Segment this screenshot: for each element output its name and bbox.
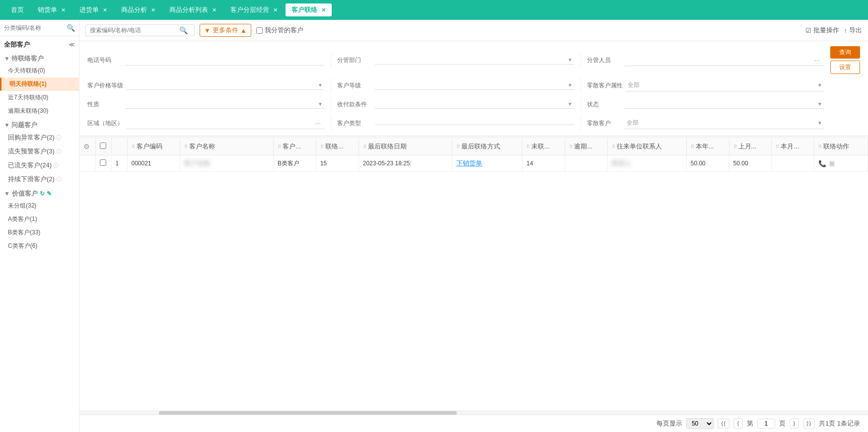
close-sales-order-icon[interactable]: ✕: [61, 7, 66, 13]
col-name[interactable]: ⠿客户名称: [180, 138, 273, 155]
page-number-input[interactable]: [757, 419, 775, 429]
collapse-icon[interactable]: ≪: [69, 41, 75, 48]
nav-home[interactable]: 首页: [5, 3, 30, 16]
col-code[interactable]: ⠿客户编码: [127, 138, 180, 155]
page-size-select[interactable]: 50 100 200: [686, 418, 714, 429]
filter-row-4: 区域（地区） ··· 客户类型 零散客户: [87, 116, 860, 131]
value-group-edit-icon[interactable]: ✎: [47, 190, 52, 197]
retail-attr-chevron: ▼: [817, 82, 822, 88]
sidebar-item-a-class[interactable]: A类客户(1): [0, 213, 79, 226]
filter-phone-input[interactable]: [125, 55, 325, 66]
filter-phone: 电话号码: [87, 55, 325, 66]
sidebar-item-churn-warning[interactable]: 流失预警客户(3) ⓘ: [0, 144, 79, 158]
close-customer-tier-icon[interactable]: ✕: [273, 7, 278, 13]
row-this-month-cell: [772, 155, 814, 172]
sidebar-item-b-class[interactable]: B类客户(33): [0, 226, 79, 239]
filter-nature: 性质 ▼: [87, 100, 325, 109]
next-page-button[interactable]: ⟩: [790, 419, 799, 429]
nav-sales-order[interactable]: 销货单 ✕: [32, 3, 72, 16]
nav-customer-contact[interactable]: 客户联络 ✕: [286, 3, 332, 16]
col-last-month[interactable]: ⠿上月...: [729, 138, 772, 155]
my-customer-checkbox[interactable]: [256, 27, 263, 34]
sidebar-item-today-contact[interactable]: 今天待联络(0): [0, 64, 79, 77]
search-input-wrap: 🔍: [85, 24, 195, 36]
sidebar-search-input[interactable]: [4, 24, 67, 31]
select-all-checkbox[interactable]: [100, 143, 106, 149]
filter-status-label: 状态: [587, 100, 622, 109]
filter-cust-type-select[interactable]: [375, 122, 575, 125]
row-no-cell: 1: [111, 155, 127, 172]
filter-cust-grade: 客户等级 ▼: [337, 81, 575, 90]
col-gear: ⚙: [79, 138, 95, 155]
batch-op-button[interactable]: ☑ 批量操作: [805, 26, 839, 35]
nav-purchase-order[interactable]: 进货单 ✕: [73, 3, 113, 16]
filter-nature-select[interactable]: ▼: [125, 100, 325, 109]
search-icon[interactable]: 🔍: [179, 26, 188, 34]
filter-person-select[interactable]: ···: [625, 55, 824, 66]
action-more-icon[interactable]: ⊞: [829, 160, 835, 167]
query-button[interactable]: 查询: [830, 46, 860, 59]
nav-customer-tier[interactable]: 客户分层经营 ✕: [224, 3, 284, 16]
filter-status-select[interactable]: ▼: [625, 100, 824, 109]
col-contact-count[interactable]: ⠿联络...: [316, 138, 359, 155]
close-customer-contact-icon[interactable]: ✕: [321, 7, 326, 13]
export-button[interactable]: ↑ 导出: [844, 26, 863, 35]
sidebar-search-icon[interactable]: 🔍: [67, 24, 75, 32]
filter-dept-select[interactable]: ▼: [375, 56, 575, 65]
filter-nature-label: 性质: [87, 100, 122, 109]
filter-divider-4: [580, 78, 581, 93]
sidebar-item-churned[interactable]: 已流失客户(24) ⓘ: [0, 158, 79, 172]
filter-cust-grade-select[interactable]: ▼: [375, 81, 575, 90]
sidebar-item-declining[interactable]: 持续下滑客户(2) ⓘ: [0, 172, 79, 186]
page-unit-label: 页: [779, 419, 786, 428]
close-product-analysis-icon[interactable]: ✕: [151, 7, 155, 13]
more-filter-button[interactable]: ▼ 更多条件 ▲: [200, 24, 251, 37]
sidebar-item-c-class[interactable]: C类客户(6): [0, 239, 79, 253]
filter-row-2: 客户价格等级 ▼ 客户等级 ▼ 零散客户属性: [87, 78, 860, 93]
col-last-contact-date[interactable]: ⠿最后联络日期: [359, 138, 452, 155]
close-product-analysis-list-icon[interactable]: ✕: [212, 7, 217, 13]
setting-button[interactable]: 设置: [830, 61, 860, 74]
col-this-year[interactable]: ⠿本年...: [686, 138, 729, 155]
close-purchase-order-icon[interactable]: ✕: [103, 7, 107, 13]
filter-pay-term-label: 收付款条件: [337, 100, 372, 109]
nav-product-analysis-list[interactable]: 商品分析列表 ✕: [163, 3, 222, 16]
col-overdue[interactable]: ⠿逾期...: [565, 138, 608, 155]
filter-region-dots[interactable]: ···: [313, 119, 323, 127]
nav-product-analysis[interactable]: 商品分析 ✕: [115, 3, 161, 16]
pagination-bar: 每页显示 50 100 200 ⟨⟨ ⟨ 第 页 ⟩ ⟩⟩ 共1页 1条记录: [79, 415, 868, 432]
action-phone-icon[interactable]: 📞: [818, 160, 826, 167]
batch-op-icon: ☑: [805, 27, 811, 34]
sidebar-item-tomorrow-contact[interactable]: 明天待联络(1): [0, 77, 79, 91]
row-checkbox[interactable]: [100, 159, 106, 166]
filter-retail-cust-select[interactable]: 全部 ▼: [625, 117, 824, 129]
table-gear-icon[interactable]: ⚙: [83, 143, 90, 150]
prev-page-button[interactable]: ⟨: [733, 419, 743, 429]
col-action[interactable]: ⠿联络动作: [814, 138, 868, 155]
status-chevron: ▼: [817, 101, 822, 107]
col-unit-contact[interactable]: ⠿往来单位联系人: [608, 138, 687, 155]
row-last-way-link[interactable]: 下销货单: [456, 159, 482, 167]
filter-retail-attr-select[interactable]: 全部 ▼: [626, 79, 824, 91]
sidebar-item-overdue-contact[interactable]: 逾期未联络(30): [0, 104, 79, 118]
search-input[interactable]: [90, 27, 179, 34]
filter-price-grade-select[interactable]: ▼: [126, 81, 325, 90]
first-page-button[interactable]: ⟨⟨: [718, 419, 729, 429]
content-area: 🔍 ▼ 更多条件 ▲ 我分管的客户 ☑ 批量操作 ↑ 导出: [79, 20, 868, 432]
last-page-button[interactable]: ⟩⟩: [803, 419, 815, 429]
col-last-contact-way[interactable]: ⠿最后联络方式: [452, 138, 522, 155]
filter-pay-term-select[interactable]: ▼: [375, 100, 575, 109]
sidebar-item-repurchase-abnormal[interactable]: 回购异常客户(2) ⓘ: [0, 131, 79, 144]
my-customer-checkbox-label[interactable]: 我分管的客户: [256, 26, 303, 35]
filter-divider-8: [580, 116, 581, 131]
sidebar-item-7day-contact[interactable]: 近7天待联络(0): [0, 91, 79, 104]
sidebar-item-ungrouped[interactable]: 未分组(32): [0, 199, 79, 213]
col-type[interactable]: ⠿客户...: [274, 138, 316, 155]
filter-person-dots[interactable]: ···: [812, 56, 822, 64]
info-icon-repurchase: ⓘ: [56, 135, 62, 141]
filter-region-select[interactable]: ···: [126, 118, 325, 129]
value-group-refresh-icon[interactable]: ↻: [40, 190, 45, 197]
col-uncontact[interactable]: ⠿未联...: [522, 138, 565, 155]
col-this-month[interactable]: ⠿本月...: [772, 138, 814, 155]
filter-divider-5: [331, 97, 331, 112]
